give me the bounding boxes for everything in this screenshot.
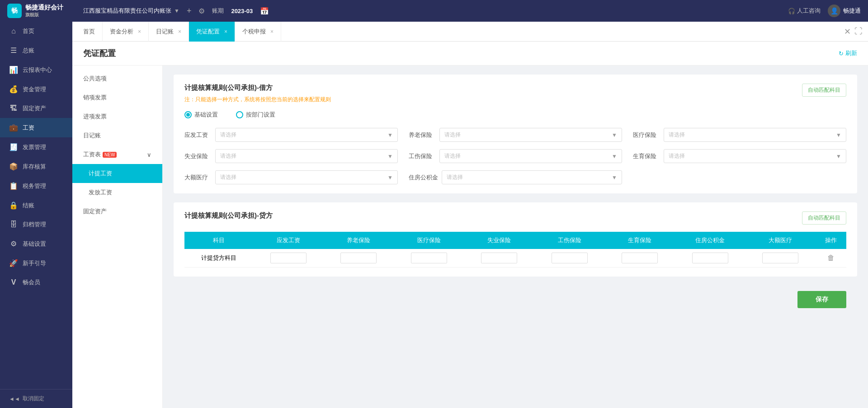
housing-fund-select[interactable]: 请选择 ▼	[442, 170, 622, 184]
radio-basic-settings[interactable]: 基础设置	[184, 111, 218, 119]
pension-select[interactable]: 请选择 ▼	[439, 128, 622, 142]
tab-journal[interactable]: 日记账 ×	[149, 22, 189, 42]
th-maternity: 生育保险	[605, 232, 675, 249]
add-account-icon[interactable]: +	[187, 6, 192, 16]
left-nav-sales-invoice[interactable]: 销项发票	[72, 88, 162, 107]
form-item-pension: 养老保险 请选择 ▼	[409, 128, 622, 142]
gross-salary-placeholder: 请选择	[220, 131, 236, 139]
left-nav-public[interactable]: 公共选项	[72, 69, 162, 88]
credit-table-body: 计提贷方科目 🗑	[184, 249, 846, 267]
sidebar-item-home[interactable]: ⌂ 首页	[0, 22, 72, 41]
tab-journal-close[interactable]: ×	[178, 28, 181, 35]
row-housing-input[interactable]	[692, 253, 728, 263]
save-bar: 保存	[174, 286, 857, 314]
left-nav-salary-table-header[interactable]: 工资表NEW ∨	[72, 145, 162, 164]
form-item-maternity: 生育保险 请选择 ▼	[633, 149, 846, 163]
gross-salary-select[interactable]: 请选择 ▼	[215, 128, 398, 142]
th-action: 操作	[816, 232, 846, 249]
big-medical-label: 大额医疗	[184, 174, 212, 182]
maternity-placeholder: 请选择	[669, 152, 685, 160]
settings-icon[interactable]: ⚙	[198, 7, 205, 15]
left-nav-purchase-invoice[interactable]: 进项发票	[72, 107, 162, 126]
sidebar-item-inventory[interactable]: 📦 库存核算	[0, 157, 72, 176]
debit-section: 计提核算规则(公司承担)-借方 注：只能选择一种方式，系统将按照您当前的选择来配…	[174, 75, 857, 193]
sidebar-item-salary[interactable]: 💼 工资	[0, 118, 72, 137]
row-unemployment-input[interactable]	[481, 253, 517, 263]
main-layout: ⌂ 首页 ☰ 总账 📊 云报表中心 💰 资金管理 🏗 固定资产 💼 工资 🧾 发…	[0, 22, 868, 408]
service-button[interactable]: 🎧 人工咨询	[788, 7, 821, 15]
sidebar-item-close[interactable]: 🔒 结账	[0, 196, 72, 215]
tab-home[interactable]: 首页	[76, 22, 103, 42]
sidebar-item-invoices[interactable]: 🧾 发票管理	[0, 137, 72, 157]
sidebar-label-tax: 税务管理	[23, 182, 46, 190]
general-icon: ☰	[9, 46, 18, 55]
home-icon: ⌂	[9, 27, 18, 35]
maternity-arrow: ▼	[836, 153, 841, 159]
sidebar-item-guide[interactable]: 🚀 新手引导	[0, 253, 72, 273]
row-maternity-input[interactable]	[622, 253, 658, 263]
company-dropdown-icon[interactable]: ▼	[174, 8, 179, 14]
left-nav-calc-salary[interactable]: 计提工资	[72, 164, 162, 183]
tab-funds-analysis[interactable]: 资金分析 ×	[103, 22, 149, 42]
unemployment-select[interactable]: 请选择 ▼	[215, 149, 398, 163]
tab-tax-report-close[interactable]: ×	[270, 28, 274, 35]
row-work-injury-input[interactable]	[552, 253, 588, 263]
refresh-icon: ↻	[839, 50, 844, 57]
sidebar-label-salary: 工资	[23, 124, 34, 132]
sidebar-label-reports: 云报表中心	[23, 66, 52, 74]
user-avatar: 👤	[828, 5, 840, 17]
expand-icon[interactable]: ⛶	[854, 27, 863, 36]
row-big-medical-input[interactable]	[762, 253, 798, 263]
tax-icon: 📋	[9, 182, 18, 190]
save-button[interactable]: 保存	[797, 291, 846, 308]
company-selector[interactable]: 江西服宝精品有限责任公司内账张 ▼	[83, 7, 179, 15]
left-nav-salary-group: 工资表NEW ∨ 计提工资 发放工资	[72, 145, 162, 202]
row-gross-input[interactable]	[270, 253, 307, 263]
refresh-button[interactable]: ↻ 刷新	[839, 49, 857, 57]
sidebar-item-archive[interactable]: 🗄 归档管理	[0, 215, 72, 234]
debit-auto-match-button[interactable]: 自动匹配科目	[802, 84, 846, 97]
salary-icon: 💼	[9, 123, 18, 132]
cancel-pin-button[interactable]: ◄◄ 取消固定	[0, 389, 72, 408]
th-gross: 应发工资	[253, 232, 323, 249]
tab-tax-report[interactable]: 个税申报 ×	[235, 22, 281, 42]
sidebar-item-funds[interactable]: 💰 资金管理	[0, 80, 72, 99]
new-badge: NEW	[103, 152, 117, 158]
sidebar-item-vip[interactable]: V 畅会员	[0, 273, 72, 292]
page-title: 凭证配置	[83, 48, 116, 59]
radio-dept-settings[interactable]: 按部门设置	[236, 111, 275, 119]
calendar-icon[interactable]: 📅	[260, 7, 269, 15]
row-maternity-input-cell	[605, 249, 675, 267]
maternity-select[interactable]: 请选择 ▼	[664, 149, 846, 163]
left-nav-journal[interactable]: 日记账	[72, 126, 162, 145]
radio-basic-dot	[184, 111, 192, 118]
work-injury-select[interactable]: 请选择 ▼	[439, 149, 622, 163]
sidebar-item-settings[interactable]: ⚙ 基础设置	[0, 234, 72, 253]
sidebar-item-reports[interactable]: 📊 云报表中心	[0, 60, 72, 80]
tab-voucher-config-close[interactable]: ×	[224, 28, 227, 35]
sidebar-item-general[interactable]: ☰ 总账	[0, 41, 72, 60]
delete-row-button[interactable]: 🗑	[827, 254, 835, 262]
left-nav-fixed-assets[interactable]: 固定资产	[72, 202, 162, 221]
content-body: 公共选项 销项发票 进项发票 日记账 工资表NEW ∨ 计提工资 发放工资 固定…	[72, 66, 868, 408]
credit-section: 计提核算规则(公司承担)-贷方 自动匹配科目 科目 应发工资 养老保险	[174, 202, 857, 277]
row-medical-input[interactable]	[411, 253, 447, 263]
user-area[interactable]: 👤 畅捷通	[828, 5, 861, 17]
close-tab-icon[interactable]: ✕	[844, 27, 851, 37]
tab-voucher-config[interactable]: 凭证配置 ×	[189, 22, 235, 42]
left-nav-pay-salary[interactable]: 发放工资	[72, 183, 162, 202]
sidebar-item-assets[interactable]: 🏗 固定资产	[0, 99, 72, 118]
period-value[interactable]: 2023-03	[231, 8, 253, 14]
gross-salary-arrow: ▼	[387, 132, 393, 138]
sidebar-item-tax[interactable]: 📋 税务管理	[0, 176, 72, 196]
form-item-work-injury: 工伤保险 请选择 ▼	[409, 149, 622, 163]
credit-auto-match-button[interactable]: 自动匹配科目	[802, 211, 846, 225]
tab-funds-analysis-close[interactable]: ×	[138, 28, 141, 35]
row-pension-input[interactable]	[340, 253, 377, 263]
unemployment-arrow: ▼	[387, 153, 393, 159]
tab-actions: ✕ ⛶	[844, 27, 868, 37]
big-medical-select[interactable]: 请选择 ▼	[215, 170, 398, 184]
tab-bar: 首页 资金分析 × 日记账 × 凭证配置 × 个税申报 × ✕ ⛶	[72, 22, 868, 42]
th-big-medical: 大额医疗	[745, 232, 816, 249]
medical-select[interactable]: 请选择 ▼	[664, 128, 846, 142]
